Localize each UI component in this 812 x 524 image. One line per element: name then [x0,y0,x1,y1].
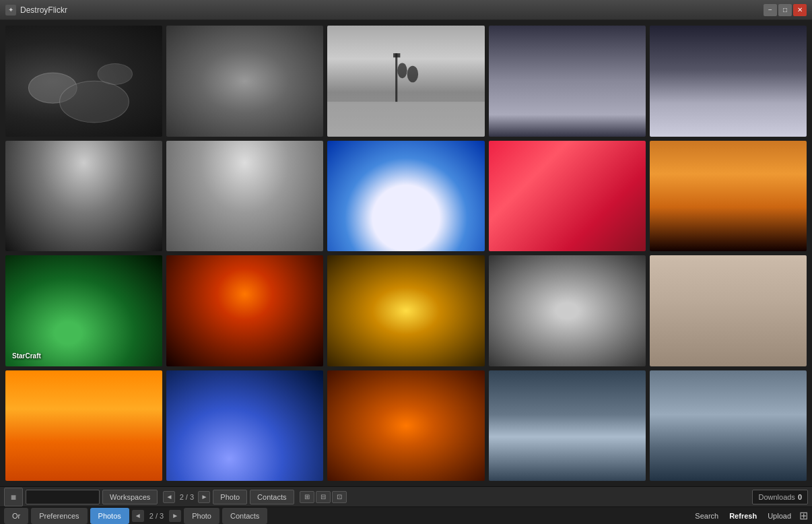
photo-cell[interactable] [489,370,646,482]
svg-rect-5 [393,53,400,57]
photo-cell[interactable] [5,370,162,482]
app-icon: ✦ [5,5,16,15]
photo-cell[interactable] [650,255,807,366]
contacts-nav-tab[interactable]: Contacts [222,508,267,524]
photo-cell[interactable] [327,370,484,482]
svg-point-6 [407,66,418,83]
grid-view-icon-1[interactable]: ⊞ [300,491,314,503]
refresh-button[interactable]: Refresh [726,511,759,521]
bottom-top-row: ■ Workspaces ◄ 2 / 3 ► Photo Contacts ⊞ … [0,486,812,506]
svg-rect-3 [327,102,484,136]
photo-nav-tab[interactable]: Photo [184,508,219,524]
nav-prev-button[interactable]: ◄ [163,491,175,503]
nav-arrow-next[interactable]: ► [169,510,181,522]
right-nav-area: Search Refresh Upload ⊞ [692,509,808,522]
preferences-tab[interactable]: Preferences [31,508,87,524]
photo-cell[interactable] [327,255,484,366]
nav-page-indicator: 2 / 3 [147,512,166,520]
photo-cell[interactable] [327,26,484,137]
workspaces-button[interactable]: Workspaces [102,490,158,504]
nav-next-button[interactable]: ► [198,491,210,503]
svg-point-2 [98,64,132,85]
grid-view-icon-3[interactable]: ⊡ [332,491,347,503]
grid-layout-icon[interactable]: ⊞ [799,509,808,522]
grid-view-icon-2[interactable]: ⊟ [316,491,331,503]
avatar[interactable]: ■ [4,488,23,506]
photo-cell[interactable] [327,141,484,252]
svg-point-7 [398,63,407,79]
search-button[interactable]: Search [692,511,721,521]
photo-cell[interactable] [166,141,323,252]
downloads-label: Downloads [758,493,794,501]
photo-cell[interactable] [489,141,646,252]
username-input[interactable] [26,490,100,504]
photo-grid: StarCraft [0,20,812,486]
bottom-bottom-row: Or Preferences Photos ◄ 2 / 3 ► Photo Co… [0,506,812,524]
minimize-button[interactable]: − [764,4,777,16]
nav-arrow-prev[interactable]: ◄ [132,510,144,522]
photo-cell[interactable] [166,255,323,366]
avatar-icon: ■ [11,492,16,502]
downloads-section: Downloads 0 [752,490,808,504]
bottom-bar: ■ Workspaces ◄ 2 / 3 ► Photo Contacts ⊞ … [0,486,812,524]
photo-cell[interactable] [166,26,323,137]
downloads-count: 0 [798,493,802,501]
photo-cell[interactable] [5,26,162,137]
view-icons: ⊞ ⊟ ⊡ [300,491,347,503]
photo-cell[interactable] [489,26,646,137]
contacts-tab-button[interactable]: Contacts [250,490,294,504]
photo-cell[interactable] [650,26,807,137]
page-indicator: 2 / 3 [176,493,197,501]
title-bar: ✦ DestroyFlickr − □ ✕ [0,0,812,20]
photo-cell[interactable] [166,370,323,482]
title-bar-left: ✦ DestroyFlickr [5,5,67,15]
photo-cell[interactable] [489,255,646,366]
status-bar-right: Downloads 0 [752,490,808,504]
upload-button[interactable]: Upload [765,511,794,521]
app-title: DestroyFlickr [20,5,67,15]
or-tab[interactable]: Or [4,508,28,524]
nav-area: ◄ 2 / 3 ► [163,491,210,503]
photo-cell[interactable] [650,141,807,252]
photos-tab[interactable]: Photos [90,508,129,524]
photo-cell[interactable] [650,370,807,482]
close-button[interactable]: ✕ [793,4,807,16]
svg-point-1 [60,81,129,123]
svg-rect-4 [396,53,398,102]
title-bar-controls: − □ ✕ [764,4,807,16]
maximize-button[interactable]: □ [778,4,792,16]
photo-cell[interactable] [5,141,162,252]
photo-tab-button[interactable]: Photo [213,490,247,504]
photo-cell[interactable]: StarCraft [5,255,162,366]
